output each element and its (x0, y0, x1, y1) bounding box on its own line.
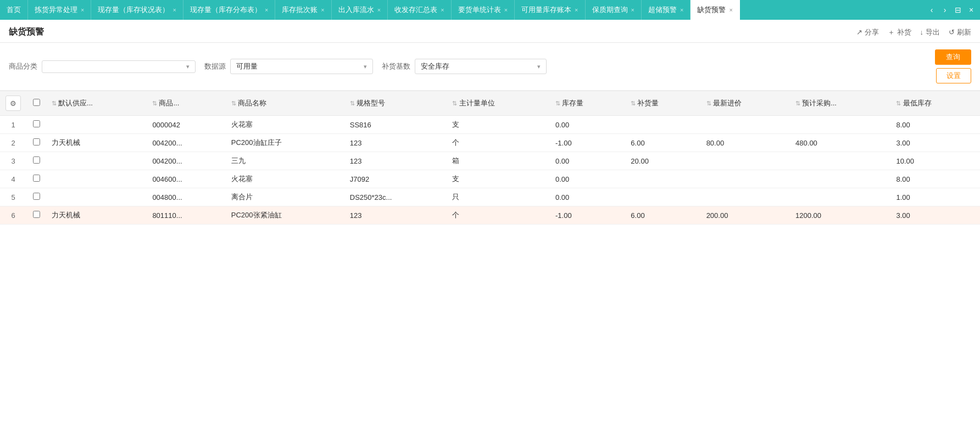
cell-spec-2: 123 (344, 152, 447, 170)
table-row: 2力天机械004200...PC200油缸庄子123个-1.006.0080.0… (0, 134, 980, 152)
share-button[interactable]: ↗ 分享 (856, 27, 879, 37)
col-sort-icon: ⇅ (152, 100, 159, 107)
table-container: ⚙ ⇅ 默认供应... ⇅ 商品... ⇅ 商品名称 ⇅ (0, 91, 980, 225)
tab-close-btn-9[interactable]: × (631, 7, 634, 13)
tab-close-btn-3[interactable]: × (265, 7, 268, 13)
setting-button[interactable]: 设置 (936, 68, 971, 83)
tab-close-btn-11[interactable]: × (729, 7, 732, 13)
cell-latest-price-2 (701, 152, 790, 170)
cell-est-purchase-2 (790, 152, 890, 170)
cell-min-stock-1: 3.00 (890, 134, 980, 152)
query-button[interactable]: 查询 (935, 49, 971, 65)
cell-seq-0: 1 (0, 116, 26, 134)
page-title: 缺货预警 (9, 26, 44, 38)
cell-stock-qty-1: -1.00 (550, 134, 625, 152)
col-sort-icon: ⇅ (52, 100, 58, 107)
cell-est-purchase-1: 480.00 (790, 134, 890, 152)
cell-default-supplier-4 (46, 188, 147, 206)
replenish-base-select[interactable]: 安全库存 ▾ (415, 59, 547, 74)
tab-nav-buttons: ‹ › ⊟ × (923, 3, 980, 16)
column-settings-button[interactable]: ⚙ (5, 96, 21, 111)
tab-item-0[interactable]: 首页 (0, 0, 28, 20)
table-header-row: ⚙ ⇅ 默认供应... ⇅ 商品... ⇅ 商品名称 ⇅ (0, 91, 980, 116)
tab-item-1[interactable]: 拣货异常处理× (28, 0, 91, 20)
data-source-value: 可用量 (236, 61, 364, 71)
cell-commodity-code-5: 801110... (147, 206, 225, 225)
cell-est-purchase-3 (790, 170, 890, 188)
cell-spec-1: 123 (344, 134, 447, 152)
tab-close-btn-8[interactable]: × (575, 7, 578, 13)
tab-close-btn-7[interactable]: × (504, 7, 508, 13)
tab-close-btn-6[interactable]: × (441, 7, 444, 13)
tab-item-10[interactable]: 超储预警× (642, 0, 691, 20)
data-source-select[interactable]: 可用量 ▾ (230, 59, 373, 74)
col-sort-icon: ⇅ (896, 100, 903, 107)
tab-item-8[interactable]: 可用量库存账本× (515, 0, 585, 20)
tab-item-6[interactable]: 收发存汇总表× (388, 0, 451, 20)
tab-item-11[interactable]: 缺货预警× (691, 0, 739, 20)
cell-replenish-qty-4 (625, 188, 700, 206)
col-est-purchase: ⇅ 预计采购... (790, 91, 890, 116)
tab-close-btn-1[interactable]: × (81, 7, 84, 13)
share-icon: ↗ (856, 28, 862, 36)
cell-checkbox-1 (26, 134, 46, 152)
page-header: 缺货预警 ↗ 分享 ＋ 补货 ↓ 导出 ↺ 刷新 (0, 20, 980, 43)
col-stock-qty: ⇅ 库存量 (550, 91, 625, 116)
select-all-checkbox[interactable] (33, 99, 40, 106)
cell-replenish-qty-0 (625, 116, 700, 134)
cell-default-supplier-2 (46, 152, 147, 170)
cell-stock-qty-2: 0.00 (550, 152, 625, 170)
cell-seq-1: 2 (0, 134, 26, 152)
cell-unit-5: 个 (447, 206, 550, 225)
data-source-label: 数据源 (204, 61, 226, 71)
cell-unit-4: 只 (447, 188, 550, 206)
tab-scroll-left[interactable]: ‹ (925, 3, 938, 16)
cell-min-stock-3: 8.00 (890, 170, 980, 188)
tab-item-7[interactable]: 要货单统计表× (452, 0, 515, 20)
cell-seq-3: 4 (0, 170, 26, 188)
refresh-button[interactable]: ↺ 刷新 (949, 27, 971, 37)
replenish-icon: ＋ (888, 27, 895, 37)
tab-item-9[interactable]: 保质期查询× (586, 0, 642, 20)
row-checkbox-1[interactable] (33, 138, 40, 145)
commodity-category-label: 商品分类 (9, 61, 37, 71)
col-gear: ⚙ (0, 91, 26, 116)
cell-spec-4: DS250*23c... (344, 188, 447, 206)
tab-item-3[interactable]: 现存量（库存分布表）× (183, 0, 275, 20)
cell-default-supplier-5: 力天机械 (46, 206, 147, 225)
tab-close-btn-4[interactable]: × (321, 7, 324, 13)
cell-commodity-name-5: PC200张紧油缸 (226, 206, 344, 225)
cell-spec-0: SS816 (344, 116, 447, 134)
row-checkbox-2[interactable] (33, 156, 40, 164)
tab-close-btn-10[interactable]: × (680, 7, 683, 13)
export-icon: ↓ (920, 28, 924, 36)
replenish-button[interactable]: ＋ 补货 (888, 27, 911, 37)
window-close[interactable]: × (965, 3, 978, 16)
cell-seq-2: 3 (0, 152, 26, 170)
data-source-group: 数据源 可用量 ▾ (204, 59, 373, 74)
tab-item-4[interactable]: 库存批次账× (275, 0, 331, 20)
cell-min-stock-4: 1.00 (890, 188, 980, 206)
tab-scroll-right[interactable]: › (938, 3, 951, 16)
cell-latest-price-0 (701, 116, 790, 134)
cell-est-purchase-4 (790, 188, 890, 206)
row-checkbox-0[interactable] (33, 120, 40, 127)
row-checkbox-5[interactable] (33, 211, 40, 218)
row-checkbox-4[interactable] (33, 193, 40, 200)
tab-item-2[interactable]: 现存量（库存状况表）× (91, 0, 183, 20)
tab-close-btn-2[interactable]: × (172, 7, 176, 13)
tab-close-btn-5[interactable]: × (377, 7, 381, 13)
cell-commodity-name-0: 火花塞 (226, 116, 344, 134)
cell-checkbox-5 (26, 206, 46, 225)
tab-item-5[interactable]: 出入库流水× (332, 0, 388, 20)
col-latest-price: ⇅ 最新进价 (701, 91, 790, 116)
commodity-category-select[interactable]: ▾ (42, 60, 196, 73)
cell-spec-5: 123 (344, 206, 447, 225)
window-restore[interactable]: ⊟ (951, 3, 965, 16)
cell-spec-3: J7092 (344, 170, 447, 188)
col-min-stock: ⇅ 最低库存 (890, 91, 980, 116)
commodity-category-group: 商品分类 ▾ (9, 60, 196, 73)
cell-est-purchase-0 (790, 116, 890, 134)
row-checkbox-3[interactable] (33, 175, 40, 182)
export-button[interactable]: ↓ 导出 (920, 27, 940, 37)
